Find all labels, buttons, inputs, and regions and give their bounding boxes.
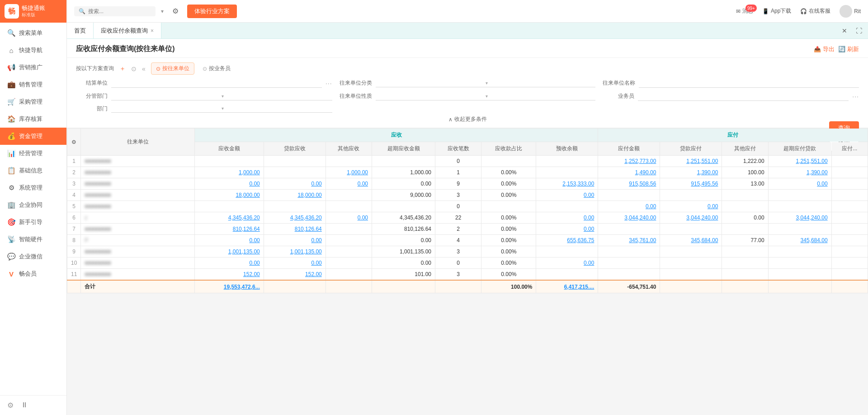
sidebar-item-nav[interactable]: ⌂ 快捷导航: [0, 42, 66, 59]
table-cell[interactable]: 1,390.00: [660, 167, 722, 178]
refresh-button[interactable]: 🔄 刷新: [838, 45, 859, 53]
topbar-chevron-icon[interactable]: ▾: [161, 8, 164, 14]
table-cell[interactable]: 0.00: [536, 224, 598, 235]
sidebar-item-marketing[interactable]: 📢 营销推广: [0, 59, 66, 76]
filter-collapse-icon[interactable]: «: [142, 65, 146, 72]
table-cell[interactable]: 1,490.00: [598, 167, 660, 178]
footer-rec-advance[interactable]: 6,417,215....: [536, 280, 598, 293]
tab-fullscreen-icon[interactable]: ⛶: [854, 25, 864, 36]
table-cell[interactable]: 0.00: [536, 212, 598, 224]
tabbar: 首页 应收应付余额查询 × ✕ ⛶: [67, 23, 868, 39]
filter-partner-cat-select[interactable]: ▾: [376, 79, 596, 87]
table-cell[interactable]: 655,636.75: [536, 235, 598, 246]
topbar-gear-button[interactable]: ⚙: [169, 5, 182, 18]
sidebar-item-purchase[interactable]: 🛒 采购管理: [0, 93, 66, 110]
sidebar-item-wechat[interactable]: 💬 企业微信: [0, 248, 66, 265]
filter-nature-select[interactable]: ▾: [376, 92, 596, 100]
sidebar-item-corp[interactable]: 🏢 企业协同: [0, 196, 66, 214]
table-cell[interactable]: 810,126.64: [264, 224, 326, 235]
sidebar-collapse-icon[interactable]: ⏸: [21, 401, 28, 410]
sidebar-item-search[interactable]: 🔍 搜索菜单: [0, 24, 66, 42]
sidebar-item-hardware[interactable]: 📡 智能硬件: [0, 231, 66, 248]
filter-dept2-select[interactable]: ▾: [111, 105, 332, 113]
table-cell[interactable]: 2,153,333.00: [536, 178, 598, 190]
table-cell[interactable]: 1,252,773.00: [598, 156, 660, 167]
table-settings-col[interactable]: ⚙: [67, 129, 81, 156]
sidebar-item-system[interactable]: ⚙ 系统管理: [0, 179, 66, 196]
filter-sales-dots[interactable]: ···: [852, 93, 859, 100]
topbar-app-button[interactable]: 📱 App下载: [762, 7, 791, 15]
filter-jiesuan-dots[interactable]: ···: [326, 80, 332, 87]
sidebar-item-sales[interactable]: 💼 销售管理: [0, 76, 66, 93]
table-cell[interactable]: 3,044,240.00: [768, 212, 831, 224]
table-cell[interactable]: 0.00: [536, 190, 598, 201]
tab-receivable-query[interactable]: 应收应付余额查询 ×: [94, 23, 161, 38]
table-cell[interactable]: 345,684.00: [660, 235, 722, 246]
table-cell[interactable]: 915,495.56: [660, 178, 722, 190]
table-cell[interactable]: 152.00: [264, 269, 326, 281]
table-cell[interactable]: 4,345,436.20: [195, 212, 264, 224]
table-cell[interactable]: 1,000.00: [326, 167, 372, 178]
export-button[interactable]: 📤 导出: [814, 45, 835, 53]
filter-add-icon[interactable]: ＋: [119, 65, 126, 73]
topbar-message-button[interactable]: ✉ 消息 99+: [736, 7, 753, 15]
sidebar-item-operations[interactable]: 📊 经营管理: [0, 145, 66, 162]
tab-close-window-icon[interactable]: ✕: [839, 25, 850, 36]
table-cell[interactable]: 0.00: [326, 212, 372, 224]
table-cell[interactable]: 1,001,135.00: [195, 246, 264, 258]
table-cell[interactable]: 0.00: [195, 235, 264, 246]
table-cell[interactable]: 0.00: [264, 258, 326, 269]
table-cell[interactable]: 152.00: [195, 269, 264, 281]
table-cell[interactable]: 1,251,551.00: [768, 156, 831, 167]
table-cell[interactable]: 810,126.64: [195, 224, 264, 235]
topbar-search-input[interactable]: [88, 8, 142, 14]
filter-dept-select[interactable]: ▾: [111, 92, 332, 100]
table-cell[interactable]: 1,251,551.00: [660, 156, 722, 167]
sidebar-settings-icon[interactable]: ⚙: [7, 401, 14, 410]
table-cell[interactable]: 0.00: [660, 201, 722, 212]
sidebar-item-member[interactable]: V 畅会员: [0, 265, 66, 282]
table-cell[interactable]: 3,044,240.00: [660, 212, 722, 224]
filter-settings-icon[interactable]: ⊙: [131, 65, 137, 72]
scheme-by-partner[interactable]: ⊙ 按往来单位: [151, 62, 194, 75]
table-cell[interactable]: 0.00: [264, 178, 326, 190]
filter-jiesuan-input[interactable]: [111, 78, 322, 88]
footer-rec-total[interactable]: 19,553,472,6...: [195, 280, 264, 293]
table-cell[interactable]: 1,001,135.00: [264, 246, 326, 258]
topbar-promo-button[interactable]: 体验行业方案: [187, 5, 237, 18]
table-cell[interactable]: 0.00: [326, 178, 372, 190]
table-cell[interactable]: 345,684.00: [768, 235, 831, 246]
topbar-user-area[interactable]: Rit: [840, 5, 861, 18]
filter-sales-input[interactable]: [638, 91, 849, 101]
table-cell[interactable]: 1,390.00: [768, 167, 831, 178]
sidebar-item-basic[interactable]: 📋 基础信息: [0, 162, 66, 179]
table-cell[interactable]: 915,508.56: [598, 178, 660, 190]
table-cell[interactable]: 18,000.00: [195, 190, 264, 201]
tab-home[interactable]: 首页: [67, 23, 94, 38]
table-cell[interactable]: 0.00: [768, 178, 831, 190]
table-cell[interactable]: 0.00: [195, 178, 264, 190]
table-cell[interactable]: 18,000.00: [264, 190, 326, 201]
table-cell[interactable]: 0.00: [598, 201, 660, 212]
table-cell[interactable]: 0.00: [536, 258, 598, 269]
topbar-search-box[interactable]: 🔍: [74, 6, 156, 16]
topbar-service-label: 在线客服: [809, 7, 830, 15]
table-cell[interactable]: 345,761.00: [598, 235, 660, 246]
table-cell[interactable]: 0.00: [264, 235, 326, 246]
table-payable-group: 应付: [598, 129, 868, 142]
collapse-button[interactable]: ∧ 收起更多条件: [448, 115, 487, 123]
sidebar-item-finance[interactable]: 💰 资金管理: [0, 128, 66, 145]
filter-partner-name-input[interactable]: [639, 78, 859, 88]
topbar-service-button[interactable]: 🎧 在线客服: [800, 7, 830, 15]
table-row: 3■■■■■■■■0.000.000.000.0090.00%2,153,333…: [67, 178, 868, 190]
table-cell[interactable]: 1,000.00: [195, 167, 264, 178]
table-cell[interactable]: 0.00: [195, 258, 264, 269]
table-cell: [598, 258, 660, 269]
table-cell[interactable]: 3,044,240.00: [598, 212, 660, 224]
sidebar-item-guide[interactable]: 🎯 新手引导: [0, 214, 66, 231]
sidebar-item-inventory[interactable]: 🏠 库存核算: [0, 110, 66, 128]
table-cell[interactable]: 4,345,436.20: [264, 212, 326, 224]
scheme-by-salesperson[interactable]: ⊙ 按业务员: [198, 63, 235, 74]
tab-close-icon[interactable]: ×: [151, 28, 154, 34]
table-cell: 0: [435, 156, 481, 167]
